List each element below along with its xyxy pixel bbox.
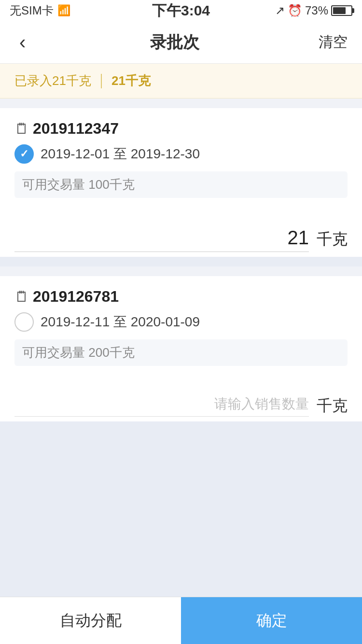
nav-bar: ‹ 录批次 清空 <box>0 21 362 64</box>
quantity-placeholder-2[interactable]: 请输入销售数量 <box>14 395 309 417</box>
batch-id-1: 2019112347 <box>33 120 119 138</box>
batch-doc-icon-1: 🗒 <box>14 121 29 137</box>
batch-id-row-2: 🗒 2019126781 <box>14 288 348 306</box>
bottom-bar: 自动分配 确定 <box>0 597 362 644</box>
battery-indicator <box>331 5 352 16</box>
available-tag-2: 可用交易量 200千克 <box>14 339 348 366</box>
carrier-label: 无SIM卡 <box>10 3 54 18</box>
batch-date-row-1[interactable]: 2019-12-01 至 2019-12-30 <box>14 144 348 164</box>
battery-percent: 73% <box>305 4 328 17</box>
empty-area <box>0 421 362 624</box>
batch-date-2: 2019-12-11 至 2020-01-09 <box>41 313 200 331</box>
status-time: 下午3:04 <box>152 1 210 21</box>
info-divider <box>101 74 102 88</box>
status-bar: 无SIM卡 📶 下午3:04 ↗ ⏰ 73% <box>0 0 362 21</box>
input-unit-2: 千克 <box>317 395 348 417</box>
section-separator <box>0 257 362 266</box>
batch-date-1: 2019-12-01 至 2019-12-30 <box>41 145 200 163</box>
quantity-row-1: 21 千克 <box>0 217 362 257</box>
status-right: ↗ ⏰ 73% <box>275 4 352 17</box>
wifi-icon: 📶 <box>57 4 70 17</box>
clear-button[interactable]: 清空 <box>319 32 348 52</box>
info-label: 已录入21千克 <box>14 72 91 89</box>
available-tag-1: 可用交易量 100千克 <box>14 171 348 198</box>
radio-button-2[interactable] <box>14 312 34 332</box>
batch-doc-icon-2: 🗒 <box>14 289 29 305</box>
batch-id-row-1: 🗒 2019112347 <box>14 120 348 138</box>
info-banner: 已录入21千克 21千克 <box>0 64 362 98</box>
batch-id-2: 2019126781 <box>33 288 119 306</box>
status-left: 无SIM卡 📶 <box>10 3 70 18</box>
radio-button-1[interactable] <box>14 144 34 164</box>
page-title: 录批次 <box>150 31 199 54</box>
back-button[interactable]: ‹ <box>14 27 30 58</box>
batch-card-2: 🗒 2019126781 2019-12-11 至 2020-01-09 可用交… <box>0 276 362 385</box>
quantity-input-wrapper-1: 21 <box>14 227 309 252</box>
batch-card-1: 🗒 2019112347 2019-12-01 至 2019-12-30 可用交… <box>0 108 362 217</box>
quantity-unit-1: 千克 <box>317 229 348 250</box>
quantity-value-1: 21 <box>288 227 309 249</box>
location-icon: ↗ <box>275 4 285 17</box>
info-value: 21千克 <box>111 72 151 89</box>
input-row-2: 请输入销售数量 千克 <box>0 385 362 421</box>
alarm-icon: ⏰ <box>288 4 302 17</box>
confirm-button[interactable]: 确定 <box>181 597 362 644</box>
auto-distribute-button[interactable]: 自动分配 <box>0 597 181 644</box>
batch-date-row-2[interactable]: 2019-12-11 至 2020-01-09 <box>14 312 348 332</box>
